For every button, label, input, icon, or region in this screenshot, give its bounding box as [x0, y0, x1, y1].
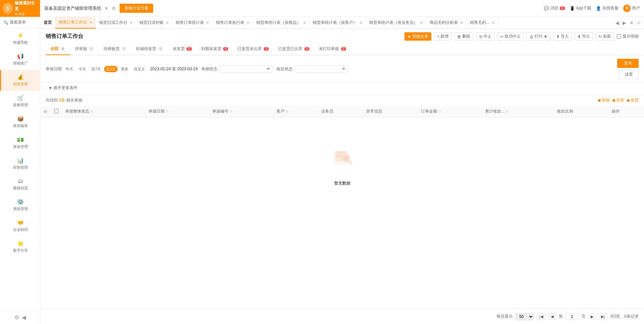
un-review-action-btn[interactable]: 充审 [612, 97, 624, 103]
ship-action-btn[interactable]: 发货 [627, 97, 639, 103]
sub-tab-not-shipped[interactable]: 未发货 0 [168, 43, 197, 55]
tab-goods-stats-close[interactable]: ✕ [303, 21, 306, 25]
sidebar-item-enterprise[interactable]: 🤝 企业协同 [0, 215, 40, 236]
show-detail-checkbox[interactable] [617, 34, 621, 39]
tab-sales-exec-close[interactable]: ✕ [247, 21, 249, 25]
sidebar-item-finance[interactable]: 💵 资金管理 [0, 132, 40, 153]
tab-close-all-btn[interactable]: ✕ [629, 20, 635, 26]
user-btn[interactable]: 用 用户 [623, 5, 640, 12]
sidebar-item-inventory[interactable]: 📦 库存核算 [0, 112, 40, 132]
col-number[interactable]: 单据编号 ⇅ [209, 106, 273, 117]
print-btn[interactable]: 🖨 打印 ▼ [526, 32, 551, 41]
tab-cash-reconcile[interactable]: 钱货日清对账 ✕ [136, 17, 172, 29]
page-last-btn[interactable]: ▶| [599, 313, 607, 320]
col-date[interactable]: 单据日期 ⇅ [145, 106, 209, 117]
app-download-btn[interactable]: 📱 App下载 [570, 5, 591, 11]
col-checkbox[interactable] [51, 106, 62, 117]
col-collected[interactable]: 累计收款... ⇅ [482, 106, 554, 117]
tab-sales-exec[interactable]: 销售订单执行表 ✕ [213, 17, 253, 29]
sub-tab-pending-review[interactable]: 待审核 0 [70, 43, 99, 55]
refresh-btn[interactable]: ↻ 刷新 [596, 32, 614, 41]
sub-tab-not-printed[interactable]: 未打印单据 0 [314, 43, 351, 55]
page-prev-btn[interactable]: ◀ [548, 313, 556, 320]
delete-btn[interactable]: 🗑 删除 [454, 32, 473, 41]
tab-goods-stats[interactable]: 销货单统计表（按商品） ✕ [253, 17, 309, 29]
date-btn-7days[interactable]: 近7天 [89, 66, 103, 72]
col-number-sort-icon: ⇅ [230, 110, 232, 113]
tab-next-btn[interactable]: ▶ [621, 20, 627, 26]
collapse-icon[interactable]: ◀ [22, 314, 26, 321]
review-action-btn[interactable]: 审核 [598, 97, 610, 103]
sub-tab-shipped-out[interactable]: 已发货已出库 0 [273, 43, 314, 55]
sidebar-item-sales[interactable]: 💰 销售管理 [0, 70, 40, 91]
cancel-stop-btn[interactable]: ↩ 取消中止 [497, 32, 524, 41]
tab-sales-gross[interactable]: 销售毛利... ✕ [467, 17, 498, 29]
stop-btn[interactable]: ⊘ 中止 [476, 32, 495, 41]
sub-tab-shop-pending[interactable]: 旺铺待发货 0 [131, 43, 168, 55]
tab-gross-profit[interactable]: 商品毛利分析表 ✕ [426, 17, 467, 29]
query-btn[interactable]: 查询 [617, 59, 639, 68]
sub-tab-pending-inspect[interactable]: 待择验货 0 [99, 43, 131, 55]
col-status[interactable]: 单据整体状态 ⇅ [62, 106, 145, 117]
online-service-label: 在线客服 [602, 5, 618, 11]
new-btn[interactable]: + 新增 [434, 32, 452, 41]
smart-create-btn[interactable]: ★ 智能生单 [404, 32, 431, 41]
page-first-btn[interactable]: |◀ [536, 313, 545, 320]
page-number-input[interactable] [565, 313, 579, 320]
date-btn-more[interactable]: 更多 [119, 66, 130, 72]
tab-sales-stats-label: 销售订单统计表 [176, 20, 204, 26]
topbar-gear-icon[interactable]: ⚙ [112, 6, 116, 11]
tab-cash-daily[interactable]: 钱货日清工作台 ✕ [96, 17, 136, 29]
date-btn-yesterday[interactable]: 昨天 [64, 66, 75, 72]
tab-gross-profit-label: 商品毛利分析表 [430, 20, 458, 26]
industry-btn[interactable]: 体验行业方案 [120, 4, 153, 13]
import-btn[interactable]: ⬆ 导入 [553, 32, 572, 41]
sidebar-search[interactable]: 🔍 搜索菜单 [0, 17, 40, 28]
settings-icon[interactable]: ⚙ [14, 314, 19, 321]
date-btn-today[interactable]: 今天 [77, 66, 88, 72]
sub-tab-shipped-not-out[interactable]: 已发货未出库 0 [233, 43, 273, 55]
tab-customer-stats-close[interactable]: ✕ [359, 21, 362, 25]
col-settings[interactable]: ⚙ [40, 106, 51, 117]
col-amount[interactable]: 订单金额 ⇅ [418, 106, 481, 117]
filter-status-select[interactable] [219, 65, 273, 73]
sidebar-item-shortcut[interactable]: ⚡ 快捷导航 [0, 28, 40, 49]
sidebar-item-base[interactable]: 🗂 基础信息 [0, 174, 40, 195]
date-btn-custom[interactable]: 自定义 [132, 66, 147, 72]
tab-prev-btn[interactable]: ◀ [614, 20, 620, 26]
tab-customer-stats[interactable]: 销货单统计表（按客户） ✕ [309, 17, 366, 29]
page-next-btn[interactable]: ▶ [588, 313, 596, 320]
filter-payment-select[interactable] [295, 65, 348, 73]
tab-sales-stats-close[interactable]: ✕ [206, 21, 209, 25]
tab-cash-reconcile-close[interactable]: ✕ [166, 21, 169, 25]
tab-cash-daily-close[interactable]: ✕ [130, 21, 132, 25]
tab-sales-person-stats[interactable]: 销货单统计表（按业务员） ✕ [366, 17, 426, 29]
sidebar-item-marketing[interactable]: 📢 营销推广 [0, 49, 40, 70]
tab-sales-gross-close[interactable]: ✕ [492, 21, 495, 25]
col-customer[interactable]: 客户 ⇅ [273, 106, 318, 117]
sub-tab-overdue-not-shipped[interactable]: 到期未发货 0 [197, 43, 233, 55]
filter-payment-label: 收款状态 [276, 66, 293, 72]
sidebar-item-system[interactable]: ⚙️ 系统管理 [0, 195, 40, 215]
per-page-select[interactable]: 50 100 200 [515, 313, 534, 320]
sidebar-item-operations[interactable]: 📊 经营管理 [0, 153, 40, 174]
export-btn[interactable]: ⬇ 导出 [574, 32, 593, 41]
tab-sales-stats[interactable]: 销售订单统计表 ✕ [172, 17, 213, 29]
message-btn[interactable]: 💬 消息 6 [544, 5, 565, 11]
tab-fullscreen-btn[interactable]: ⤢ [636, 20, 642, 26]
sub-tab-all[interactable]: 全部 0 [46, 43, 70, 55]
date-btn-1month[interactable]: 近1月 [104, 66, 118, 72]
show-detail-checkbox-label[interactable]: 显示明细 [617, 34, 639, 39]
online-service-btn[interactable]: 👤 在线客服 [596, 5, 618, 11]
expand-btn[interactable]: ▼ 展开更多条件 [46, 84, 639, 92]
tab-sales-workbench-close[interactable]: ✕ [89, 21, 92, 24]
sidebar-item-guide[interactable]: 🌟 新手引导 [0, 236, 40, 257]
select-all-checkbox[interactable] [54, 109, 58, 113]
tab-sales-person-stats-close[interactable]: ✕ [420, 21, 423, 25]
tab-gross-profit-close[interactable]: ✕ [460, 21, 463, 25]
sidebar-item-purchase[interactable]: 🛒 采购管理 [0, 91, 40, 112]
tab-sales-workbench[interactable]: 销售订单工作台 ✕ [55, 17, 96, 29]
table-wrap: ⚙ 单据整体状态 ⇅ 单据日期 ⇅ 单据编号 [40, 106, 644, 309]
tab-home[interactable]: 首页 [40, 17, 55, 29]
set-btn[interactable]: 设置 [619, 70, 639, 79]
